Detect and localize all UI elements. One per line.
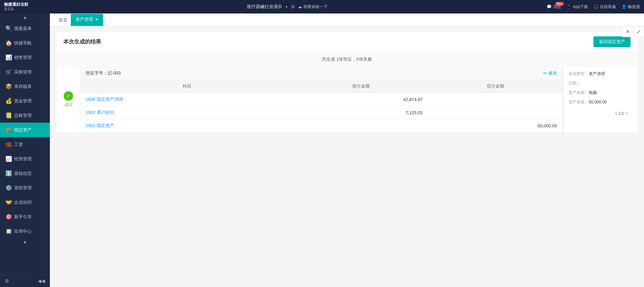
result-panel: 本次生成的结果 返回固定资产 共生成 1张凭证，0张失败 ✓ 成功: [57, 32, 637, 132]
sales-icon: 📊: [5, 54, 11, 61]
sidebar-item-salary[interactable]: 💼 工资: [0, 137, 50, 152]
table-row: 1602 累计折旧 7,125.03: [80, 106, 562, 119]
change-type-label: 变动类型：: [569, 71, 589, 77]
sidebar-item-search[interactable]: 🔍 搜索菜单: [0, 21, 50, 36]
sidebar-item-sales[interactable]: 📊 销售管理: [0, 50, 50, 65]
username: 畅捷通: [628, 4, 640, 10]
user-area[interactable]: 👤 畅捷通: [621, 4, 640, 10]
feedback-btn[interactable]: ☁ 我要体验一下: [298, 4, 328, 10]
expand-panel-btn[interactable]: ⤢: [633, 26, 644, 37]
sidebar-item-system[interactable]: ⚙️ 系统管理: [0, 181, 50, 195]
apps-icon: 🔲: [5, 228, 11, 234]
dropdown-icon[interactable]: ▼: [285, 5, 288, 9]
sidebar-label-quick-nav: 快捷导航: [14, 40, 32, 46]
original-value-row: 资产原值： 50,000.00: [569, 99, 632, 105]
logo-title: 畅捷通好业财: [4, 2, 28, 7]
subject-3: 1601 固定资产: [80, 119, 294, 132]
sidebar-label-apps: 应用中心: [14, 228, 32, 234]
table-row: 1606 固定资产清理 42,874.97: [80, 93, 562, 106]
voucher-table: 科目 借方金额 贷方金额 1606 固定资产清理 42,874.97: [80, 80, 562, 132]
sidebar-item-fixed-assets[interactable]: 🏗️ 固定资产: [0, 123, 50, 137]
feedback-label: 我要体验一下: [303, 4, 328, 10]
next-page[interactable]: >: [625, 111, 628, 116]
salary-icon: 💼: [5, 141, 11, 148]
tab-asset-management[interactable]: 资产管理 ✕: [71, 14, 103, 26]
messages-badge: 99+: [555, 2, 564, 6]
credit-1: [428, 93, 562, 106]
sidebar-label-fixed-assets: 固定资产: [14, 127, 32, 133]
change-type-value: 资产清理: [589, 71, 605, 77]
sidebar-item-ledger[interactable]: 📒 总账管理: [0, 108, 50, 123]
headset-icon: 🎧: [593, 4, 599, 9]
edit-button[interactable]: ✏ 修改: [543, 70, 557, 76]
sidebar-label-business: 经营管理: [14, 156, 32, 162]
sidebar-item-purchase[interactable]: 🛒 采购管理: [0, 65, 50, 79]
return-button[interactable]: 返回固定资产: [593, 36, 631, 47]
sidebar-label-inventory: 库存核算: [14, 84, 32, 90]
tab-home[interactable]: 首页: [55, 14, 71, 26]
col-header-subject: 科目: [80, 80, 294, 93]
online-service-btn[interactable]: 🎧 在线客服: [593, 4, 616, 10]
purchase-icon: 🛒: [5, 69, 11, 75]
result-title: 本次生成的结果: [63, 38, 101, 45]
tab-close-icon[interactable]: ✕: [95, 17, 98, 22]
top-header: 畅捷通好业财 普及版 医疗器械行业演示 ▼ ⚙ ☁ 我要体验一下 💬 消息 99…: [0, 0, 644, 13]
content-wrapper: 首页 资产管理 ✕ 本次生成的结果 返回固定资产 共生成 1张凭证，0张失败: [50, 13, 644, 287]
sidebar-item-basic-info[interactable]: ℹ️ 基础信息: [0, 166, 50, 181]
online-service-label: 在线客服: [600, 4, 616, 10]
prev-page[interactable]: <: [615, 111, 617, 116]
debit-3: [294, 119, 428, 132]
page-content: 本次生成的结果 返回固定资产 共生成 1张凭证，0张失败 ✓ 成功: [50, 26, 644, 287]
sidebar-item-guide[interactable]: 🎯 新手引导: [0, 210, 50, 224]
sidebar-item-enterprise[interactable]: 🤝 企业协同: [0, 195, 50, 210]
sidebar-label-guide: 新手引导: [14, 214, 32, 220]
scroll-up[interactable]: ▲: [0, 13, 50, 21]
voucher-header-bar: 凭证字号：记-003 ✏ 修改: [80, 67, 562, 80]
debit-1: 42,874.97: [294, 93, 428, 106]
message-icon: 💬: [547, 4, 552, 9]
header-right: 💬 消息 99+ 📱 App下载 🎧 在线客服 👤 畅捷通: [547, 4, 640, 10]
close-panel-btn[interactable]: ✕: [622, 26, 633, 37]
app-download-btn[interactable]: 📱 App下载: [566, 4, 588, 10]
enterprise-icon: 🤝: [5, 199, 11, 205]
success-label: 成功: [64, 102, 72, 108]
fixed-assets-icon: 🏗️: [5, 127, 11, 133]
header-left: 畅捷通好业财 普及版: [4, 2, 28, 11]
scroll-down[interactable]: ▼: [0, 238, 50, 246]
asset-name-label: 资产名称：: [569, 90, 589, 96]
voucher-main: 凭证字号：记-003 ✏ 修改 科目 借方金额: [80, 67, 563, 132]
logo-area: 畅捷通好业财 普及版: [4, 2, 28, 11]
sidebar-label-ledger: 总账管理: [14, 113, 32, 119]
user-icon: 👤: [621, 4, 626, 9]
voucher-no: 凭证字号：记-003: [86, 70, 121, 76]
guide-icon: 🎯: [5, 214, 11, 220]
original-value-label: 资产原值：: [569, 99, 589, 105]
sidebar-item-inventory[interactable]: 📦 库存核算: [0, 79, 50, 94]
sidebar-item-capital[interactable]: 💰 资金管理: [0, 94, 50, 108]
ledger-icon: 📒: [5, 112, 11, 119]
system-icon: ⚙️: [5, 185, 11, 191]
collapse-icon[interactable]: ◀◀: [38, 278, 45, 284]
phone-icon: 📱: [566, 4, 572, 9]
subject-2: 1602 累计折旧: [80, 106, 294, 119]
asset-name-row: 资产名称： 电脑: [569, 90, 632, 96]
sidebar-item-apps[interactable]: 🔲 应用中心: [0, 224, 50, 238]
sidebar-item-quick-nav[interactable]: 🏠 快捷导航: [0, 36, 50, 50]
original-value-value: 50,000.00: [589, 99, 607, 105]
cloud-icon: ☁: [298, 4, 302, 9]
sidebar-bottom: ⚙ ◀◀: [0, 275, 50, 287]
col-header-debit: 借方金额: [294, 80, 428, 93]
main-layout: ▲ 🔍 搜索菜单 🏠 快捷导航 📊 销售管理 🛒 采购管理 📦 库存核算 💰 资…: [0, 13, 644, 287]
debit-2: 7,125.03: [294, 106, 428, 119]
business-icon: 📈: [5, 156, 11, 162]
settings-icon-btn[interactable]: ⚙: [291, 4, 295, 9]
company-name: 医疗器械行业演示: [247, 4, 282, 10]
sidebar-label-sales: 销售管理: [14, 55, 32, 61]
sidebar-item-business[interactable]: 📈 经营管理: [0, 152, 50, 166]
subject-1: 1606 固定资产清理: [80, 93, 294, 106]
date-label: 日期：: [569, 80, 589, 86]
voucher-section: ✓ 成功 凭证字号：记-003 ✏ 修改: [57, 67, 637, 132]
messages-btn[interactable]: 💬 消息 99+: [547, 4, 561, 10]
inventory-icon: 📦: [5, 83, 11, 90]
settings-bottom-icon[interactable]: ⚙: [5, 278, 9, 284]
